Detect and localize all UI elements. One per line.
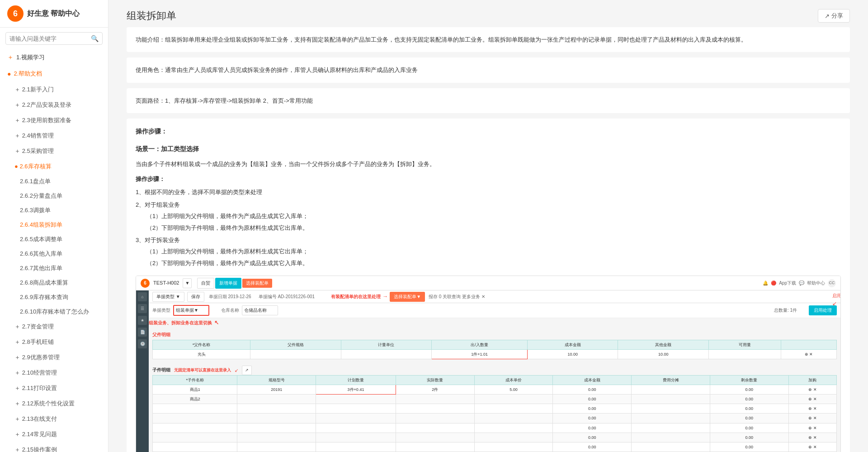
content-header: 组装拆卸单 ↗ 分享 [108,0,868,27]
plus-icon: ＋ [7,53,14,62]
sidebar-item-coupon[interactable]: ＋ 2.9优惠券管理 [0,350,108,365]
role-text: 使用角色：通常由生产人员或库管人员完成拆装业务的操作，库管人员确认原材料的出库和… [136,65,841,75]
ann2-text: 组装业务、拆卸业务在这里切换 ↖ [149,318,219,328]
mock-field-warehouse-label: 仓库名称 [221,306,239,314]
mock-toolbar: 单据类型 ▼ 保存 单据日期 2019-12-26 单据编号 AD-201912… [149,290,840,303]
mock-logo: 6 [141,279,150,288]
ann4-text: 无固定清单可以直接在这里录入 [174,366,231,374]
sidebar-item-inventory-error[interactable]: 2.6.10库存账本错了怎么办 [0,305,108,319]
annotation-1: 有装配清单的在这里处理 → 选择装配单▼ 报存 0 关联查询 更多业务 ✕ [331,292,485,302]
lower-th-add: 加购 [788,375,836,385]
ann2-arrow: ↖ [214,319,219,326]
upper-td-other: 10.00 [618,350,709,359]
process-area: 启用处理 启用处理 ↙ [809,305,837,315]
lower-td2-actual [396,395,474,404]
share-button[interactable]: ↗ 分享 [818,9,850,23]
sidebar-item-print[interactable]: ＋ 2.11打印设置 [0,381,108,396]
sidebar-item-inventory-check[interactable]: 2.6.9库存账本查询 [0,290,108,305]
sidebar-item-help-docs-label[interactable]: ● 2.帮助文档 [0,66,108,82]
mock-icon-bell: 🔔 [763,279,768,287]
mock-icon-app: App下载 [779,279,796,287]
sidebar-item-faq[interactable]: ＋ 2.14常见问题 [0,427,108,442]
mock-field-doctype-label: 单据类型 [152,306,170,314]
sidebar-item-mobile[interactable]: ＋ 2.8手机旺铺 [0,334,108,350]
screenshot-container: 6 TEST-H002 ▼ 自贸 新增单据 选择装配单 🔔 🔴 App下载 [136,276,841,452]
sidebar-item-inventory-count[interactable]: 2.6.1盘点单 [0,174,108,189]
mock-btn-doctype[interactable]: 单据类型 ▼ [152,292,184,302]
lower-td5-add: ⊕ ✕ [788,423,836,433]
lower-td1-cost: 0.00 [553,385,632,394]
lower-td4-remain: 0.00 [710,414,788,423]
sidebar-item-install[interactable]: ＋ 2.2产品安装及登录 [0,97,108,113]
sidebar-item-goods-cost[interactable]: 2.6.8商品成本重算 [0,276,108,290]
lower-td1-remain: 0.00 [710,385,788,394]
mock-btn-save[interactable]: 保存 [187,292,204,302]
plus-icon-sm4: ＋ [14,354,22,361]
plus-icon-sm: ＋ [14,132,22,139]
spacer1 [149,318,840,329]
lower-td1-spec: 20191 [237,385,316,394]
sidebar-item-cases[interactable]: ＋ 2.15操作案例 [0,442,108,452]
sidebar-item-video[interactable]: ＋ 1.视频学习 [0,49,108,66]
path-text: 页面路径：1、库存核算->库存管理->组装拆卸单 2、首页->常用功能 [136,95,841,106]
sidebar-item-data-prep[interactable]: ＋ 2.3使用前数据准备 [0,113,108,128]
mock-lower-table: *子件名称 规格型号 计划数量 实际数量 成本单价 成本金额 费用分摊 剩余数量 [152,375,837,452]
mock-field-warehouse-input[interactable]: 仓储品名称 [242,305,278,315]
sidebar-item-inventory-split[interactable]: 2.6.2分量盘点单 [0,189,108,203]
mock-btn-select-assembly[interactable]: 选择装配单▼ [390,292,425,302]
mock-nav-tabs: 自贸 新增单据 选择装配单 [197,278,272,289]
sidebar-item-other-in[interactable]: 2.6.6其他入库单 [0,247,108,261]
minus-icon-sm: ● [14,163,19,170]
lower-td3-cost: 0.00 [553,404,632,414]
mock-left-icon-menu: ☰ [138,304,147,313]
lower-table-row-1: 商品1 20191 3件+0.41 2件 5.00 0.00 0.00 [153,385,837,394]
sidebar-item-inventory[interactable]: ● 2.6库存核算 [0,159,108,174]
lower-th-actual-qty: 实际数量 [396,375,474,385]
sidebar-item-cost-adjust[interactable]: 2.6.5成本调整单 [0,232,108,247]
lower-td2-name: 商品2 [153,395,237,404]
mock-tab-zizao[interactable]: 自贸 [197,278,214,289]
sidebar-item-inventory-adjust[interactable]: 2.6.3调拨单 [0,203,108,218]
sidebar-item-sales[interactable]: ＋ 2.4销售管理 [0,128,108,143]
sidebar-item-custom[interactable]: ＋ 2.12系统个性化设置 [0,396,108,411]
sidebar-item-help-docs[interactable]: ● 2.帮助文档 ＋ 2.1新手入门 ＋ 2.2产品安装及登录 ＋ 2.3使用前… [0,66,108,452]
step2-sub1: （1）上部明细为父件明细，最终作为产成品生成其它入库单； [146,211,841,221]
sidebar-item-operation[interactable]: ＋ 2.10经营管理 [0,365,108,381]
search-box[interactable]: 🔍 [5,32,103,45]
ann4-arrow: ↙ [235,366,238,375]
upper-th-name: *父件名称 [153,340,250,350]
mock-icon-feedback: 💬 [799,279,804,287]
lower-td7-add: ⊕ ✕ [788,442,836,452]
step1: 1、根据不同的业务，选择不同单据的类型来处理 [136,187,841,197]
nav-list: ＋ 1.视频学习 ● 2.帮助文档 ＋ 2.1新手入门 ＋ 2.2产品安装及登录 [0,49,108,452]
search-input[interactable] [9,35,91,42]
lower-table-row-7: 0.00 0.00 ⊕ ✕ [153,442,837,452]
sidebar-item-finance[interactable]: ＋ 2.7资金管理 [0,319,108,334]
mock-field-doctype-input[interactable]: 组装单据▼ [173,305,209,316]
mock-tab-assembly[interactable]: 选择装配单 [242,279,272,288]
lower-td5-remain: 0.00 [710,423,788,433]
mock-body: ⌂ ☰ ★ 📄 🕐 单据类型 ▼ 保存 单据日 [136,290,840,452]
mock-top-bar: 6 TEST-H002 ▼ 自贸 新增单据 选择装配单 🔔 🔴 App下载 [136,276,840,290]
lower-th-plan-qty: 计划数量 [316,375,396,385]
lower-td2-plan [316,395,396,404]
sidebar: 6 好生意 帮助中心 🔍 ＋ 1.视频学习 ● 2.帮助文档 ＋ 2.1新手入门 [0,0,108,452]
upper-th-other: 其他金额 [618,340,709,350]
sidebar-item-online-pay[interactable]: ＋ 2.13在线支付 [0,411,108,427]
path-card: 页面路径：1、库存核算->库存管理->组装拆卸单 2、首页->常用功能 [127,88,850,113]
plus-icon-sm: ＋ [14,101,22,108]
mock-left-icon-clock: 🕐 [138,339,147,348]
upper-th-cost: 成本金额 [527,340,618,350]
sidebar-item-assembly[interactable]: 2.6.4组装拆卸单 [0,218,108,232]
upper-td-avail [708,350,781,359]
mock-btn-expand[interactable]: ↗ [242,366,252,375]
sidebar-item-new-user[interactable]: ＋ 2.1新手入门 [0,82,108,97]
sidebar-item-purchase[interactable]: ＋ 2.5采购管理 [0,143,108,159]
lower-table-row-2: 商品2 0.00 0.00 ⊕ ✕ [153,395,837,404]
sidebar-item-video-label[interactable]: ＋ 1.视频学习 [0,49,108,66]
mock-tab-new[interactable]: 新增单据 [215,278,241,289]
plus-icon-sm: ＋ [14,117,22,124]
sidebar-item-other-out[interactable]: 2.6.7其他出库单 [0,261,108,276]
lower-td3-remain: 0.00 [710,404,788,414]
lower-table-row-6: 0.00 0.00 ⊕ ✕ [153,433,837,442]
